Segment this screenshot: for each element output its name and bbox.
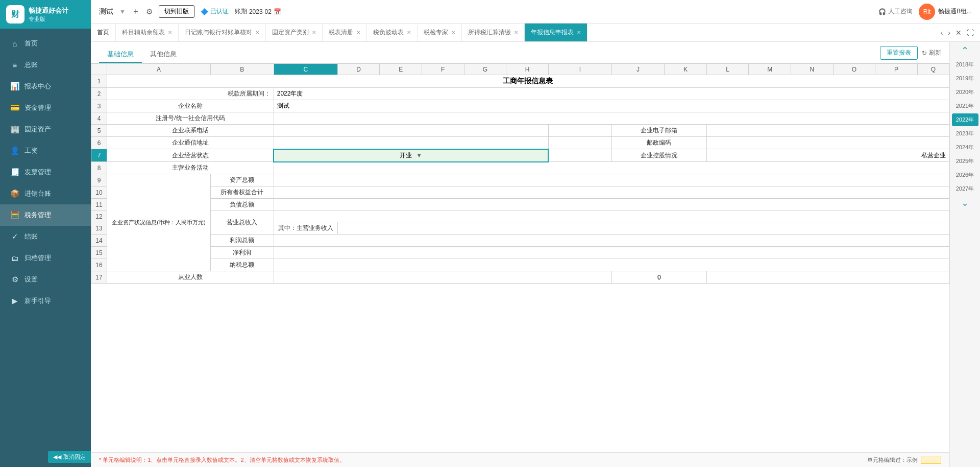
col-header-n[interactable]: N [791, 64, 833, 75]
topbar-gear-button[interactable]: ⚙ [146, 7, 153, 16]
topbar-add-button[interactable]: ＋ [132, 6, 140, 17]
tab-annual-report-close[interactable]: ✕ [577, 30, 581, 35]
refresh-button[interactable]: ↻ 刷新 [922, 49, 941, 57]
col-header-h[interactable]: H [506, 64, 549, 75]
sidebar-item-payroll[interactable]: 👤 工资 [0, 140, 91, 161]
cell-1-title[interactable]: 工商年报信息表 [107, 75, 949, 88]
col-header-p[interactable]: P [875, 64, 918, 75]
cell-6-right-value[interactable] [706, 137, 949, 149]
sidebar-item-fixed-assets[interactable]: 🏢 固定资产 [0, 119, 91, 140]
cell-16-value[interactable] [274, 259, 949, 271]
year-btn-2027[interactable]: 2027年 [952, 182, 978, 195]
dropdown-arrow-icon[interactable]: ▼ [416, 152, 422, 159]
cell-6-right-label: 邮政编码 [611, 137, 706, 149]
tab-tax-fluctuation-close[interactable]: ✕ [407, 30, 411, 35]
cell-2-value[interactable]: 2022年度 [274, 88, 949, 100]
tab-tax-return-close[interactable]: ✕ [356, 30, 360, 35]
sub-tab-other[interactable]: 其他信息 [142, 46, 185, 63]
col-header-c[interactable]: C [274, 64, 337, 75]
tab-bank-reconcile[interactable]: 日记账与银行对账单核对 ✕ [179, 24, 266, 42]
col-header-g[interactable]: G [464, 64, 506, 75]
tab-home[interactable]: 首页 [91, 24, 116, 42]
sidebar-item-purchase-sale[interactable]: 📦 进销台账 [0, 183, 91, 204]
col-header-a[interactable]: A [107, 64, 210, 75]
tab-fixed-asset-cat[interactable]: 固定资产类别 ✕ [266, 24, 323, 42]
cell-10-value[interactable] [274, 186, 949, 199]
tab-tax-inspector-close[interactable]: ✕ [451, 30, 455, 35]
tab-next-button[interactable]: › [946, 28, 952, 38]
calendar-icon[interactable]: 📅 [274, 8, 281, 15]
col-header-j[interactable]: J [611, 64, 664, 75]
reset-report-button[interactable]: 重置报表 [880, 46, 918, 60]
panel-scroll-down-icon[interactable]: ⌄ [960, 196, 970, 209]
cell-12-value[interactable] [274, 211, 949, 222]
col-header-k[interactable]: K [665, 64, 707, 75]
year-btn-2021[interactable]: 2021年 [952, 100, 978, 112]
topbar-service-button[interactable]: 🎧 人工咨询 [878, 7, 913, 16]
col-header-f[interactable]: F [422, 64, 464, 75]
col-header-b[interactable]: B [210, 64, 274, 75]
year-btn-2025[interactable]: 2025年 [952, 155, 978, 168]
cell-5-right-value[interactable] [706, 125, 949, 137]
tab-annual-report[interactable]: 年报信息申报表 ✕ [525, 24, 587, 42]
cell-15-value[interactable] [274, 247, 949, 259]
tab-tax-inspector[interactable]: 税检专家 ✕ [418, 24, 462, 42]
tab-income-tax[interactable]: 所得税汇算清缴 ✕ [462, 24, 525, 42]
cell-17-value-right[interactable] [706, 271, 949, 284]
sidebar-item-guide[interactable]: ▶ 新手引导 [0, 290, 91, 312]
col-header-d[interactable]: D [337, 64, 380, 75]
sidebar-item-tax-mgmt[interactable]: 🧮 税务管理 [0, 204, 91, 226]
cell-3-value[interactable]: 测试 [274, 100, 949, 112]
year-btn-2019[interactable]: 2019年 [952, 72, 978, 85]
col-header-q[interactable]: Q [917, 64, 949, 75]
year-btn-2018[interactable]: 2018年 [952, 58, 978, 71]
cell-11-value[interactable] [274, 199, 949, 211]
year-btn-2026[interactable]: 2026年 [952, 169, 978, 181]
topbar-dropdown-arrow[interactable]: ▼ [119, 8, 126, 15]
sidebar-item-home[interactable]: ⌂ 首页 [0, 33, 91, 54]
tab-expand-button[interactable]: ⛶ [965, 28, 976, 38]
tab-tax-return[interactable]: 税表清册 ✕ [323, 24, 367, 42]
switch-old-version-button[interactable]: 切到旧版 [159, 5, 194, 18]
sidebar-item-report-center[interactable]: 📊 报表中心 [0, 76, 91, 97]
col-header-i[interactable]: I [548, 64, 611, 75]
spreadsheet[interactable]: A B C D E F G H I J K L M [91, 63, 949, 452]
cell-17-value-left[interactable] [274, 271, 611, 284]
cell-7-dropdown[interactable]: 开业 ▼ [274, 149, 548, 162]
cell-9-value[interactable] [274, 174, 949, 186]
cell-8-value[interactable] [274, 162, 949, 174]
year-btn-2020[interactable]: 2020年 [952, 86, 978, 99]
tab-aux-balance[interactable]: 科目辅助余额表 ✕ [116, 24, 179, 42]
tab-prev-button[interactable]: ‹ [939, 28, 945, 38]
panel-scroll-up-icon[interactable]: ⌃ [960, 44, 970, 57]
col-header-o[interactable]: O [833, 64, 875, 75]
tab-close-all-button[interactable]: ✕ [953, 28, 964, 38]
sub-tab-basic[interactable]: 基础信息 [99, 46, 142, 63]
year-btn-2024[interactable]: 2024年 [952, 141, 978, 154]
year-btn-2022[interactable]: 2022年 [952, 113, 978, 126]
tab-aux-balance-close[interactable]: ✕ [168, 30, 172, 35]
tab-tax-fluctuation[interactable]: 税负波动表 ✕ [367, 24, 418, 42]
sidebar-item-closing[interactable]: ✓ 结账 [0, 226, 91, 247]
cell-5-value[interactable] [274, 125, 548, 137]
col-header-e[interactable]: E [380, 64, 422, 75]
tab-bank-reconcile-close[interactable]: ✕ [255, 30, 259, 35]
sidebar-item-invoice-mgmt[interactable]: 🧾 发票管理 [0, 161, 91, 183]
sidebar-item-fund-mgmt[interactable]: 💳 资金管理 [0, 97, 91, 119]
sidebar-item-settings[interactable]: ⚙ 设置 [0, 269, 91, 290]
cell-14-value[interactable] [274, 235, 949, 247]
cell-4-value[interactable] [274, 112, 949, 125]
cell-6-value[interactable] [274, 137, 548, 149]
tab-income-tax-close[interactable]: ✕ [514, 30, 518, 35]
sidebar-item-archive-mgmt[interactable]: 🗂 归档管理 [0, 247, 91, 269]
tab-fixed-asset-cat-close[interactable]: ✕ [312, 30, 316, 35]
col-header-m[interactable]: M [749, 64, 791, 75]
col-header-l[interactable]: L [706, 64, 749, 75]
cell-7-right-value[interactable]: 私营企业 [706, 149, 949, 162]
cell-17-value-center[interactable]: 0 [611, 271, 706, 284]
cancel-fixed-button[interactable]: ◀◀ 取消固定 [48, 451, 91, 463]
sidebar-item-general-ledger[interactable]: ≡ 总账 [0, 54, 91, 76]
cell-13-value[interactable] [337, 222, 949, 235]
year-btn-2023[interactable]: 2023年 [952, 127, 978, 140]
topbar-user[interactable]: Rit 畅捷通B组... [919, 4, 972, 20]
